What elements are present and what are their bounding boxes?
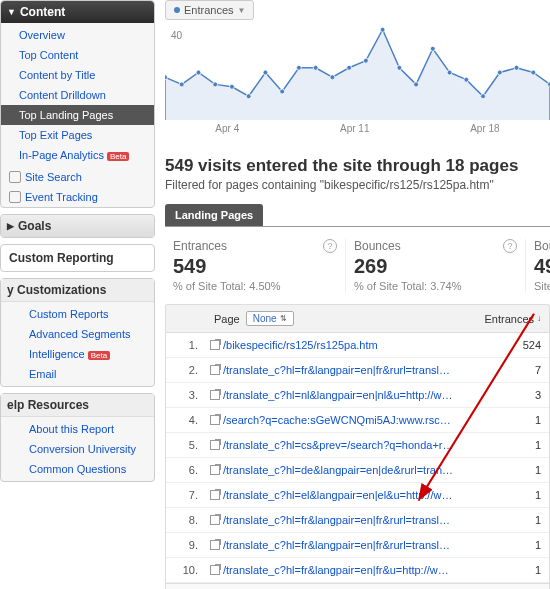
table-row: 8./translate_c?hl=fr&langpair=en|fr&rurl… [166,508,549,533]
help-icon[interactable]: ? [503,239,517,253]
table-row: 6./translate_c?hl=de&langpair=en|de&rurl… [166,458,549,483]
page-column-header: Page [214,313,240,325]
sidebar-item[interactable]: Content Drilldown [1,85,154,105]
sidebar-item[interactable]: Common Questions [1,459,154,479]
external-link-icon[interactable] [210,465,220,475]
sidebar-item[interactable]: Overview [1,25,154,45]
tab-landing-pages[interactable]: Landing Pages [165,204,263,226]
page-link[interactable]: /translate_c?hl=de&langpair=en|de&rurl=t… [223,464,455,476]
filter-row: Filter Page: containing Go Advanced Filt… [166,583,549,589]
beta-badge: Beta [107,152,129,161]
external-link-icon[interactable] [210,565,220,575]
svg-point-17 [447,70,452,75]
svg-point-18 [464,77,469,82]
external-link-icon[interactable] [210,415,220,425]
metric-sub: % of Site Total: 3.74% [354,280,517,292]
svg-point-5 [246,94,251,99]
goals-header[interactable]: ▶ Goals [1,215,154,237]
page-link[interactable]: /translate_c?hl=cs&prev=/search?q=honda+… [223,439,455,451]
external-link-icon[interactable] [210,490,220,500]
external-link-icon[interactable] [210,365,220,375]
help-resources-section: elp Resources About this ReportConversio… [0,393,155,482]
metric-block: Bounces?269% of Site Total: 3.74% [345,239,525,292]
entrances-column-header[interactable]: Entrances [484,313,534,325]
data-table: Page None ⇅ Entrances ↓ 1./bikespecific/… [165,304,550,589]
event-tracking-link[interactable]: Event Tracking [1,187,154,207]
row-index: 7. [166,483,206,507]
metric-label: Bounces [354,239,401,253]
external-link-icon[interactable] [210,540,220,550]
page-link[interactable]: /translate_c?hl=fr&langpair=en|fr&u=http… [223,564,455,576]
row-index: 6. [166,458,206,482]
sort-icon: ⇅ [280,314,287,323]
page-link[interactable]: /translate_c?hl=fr&langpair=en|fr&rurl=t… [223,514,455,526]
svg-point-10 [330,75,335,80]
collapse-icon: ▼ [7,7,16,17]
tab-bar: Landing Pages [165,204,550,227]
sidebar-item[interactable]: Conversion University [1,439,154,459]
svg-point-16 [430,46,435,51]
sidebar-item[interactable]: Custom Reports [1,304,154,324]
sidebar-item[interactable]: About this Report [1,419,154,439]
entrances-value: 1 [459,508,549,532]
table-header: Page None ⇅ Entrances ↓ [166,305,549,333]
event-icon [9,191,21,203]
entrances-value: 1 [459,533,549,557]
svg-point-4 [230,84,235,89]
date-tick: Apr 18 [470,123,499,134]
svg-point-1 [179,82,184,87]
page-link[interactable]: /translate_c?hl=fr&langpair=en|fr&rurl=t… [223,539,455,551]
site-search-link[interactable]: Site Search [1,167,154,187]
row-index: 8. [166,508,206,532]
sidebar-item[interactable]: Content by Title [1,65,154,85]
metric-value: 49.0 [534,255,550,278]
event-tracking-label: Event Tracking [25,191,98,203]
metric-sub: Site A [534,280,550,292]
help-icon[interactable]: ? [323,239,337,253]
metric-label: Entrances [173,239,227,253]
sidebar-item[interactable]: Top Landing Pages [1,105,154,125]
svg-point-15 [414,82,419,87]
sidebar-item[interactable]: Advanced Segments [1,324,154,344]
sidebar-item[interactable]: Email [1,364,154,384]
dot-icon [174,7,180,13]
entrances-value: 1 [459,483,549,507]
row-index: 10. [166,558,206,582]
metric-block: Bou?49.0Site A [525,239,550,292]
sidebar-item[interactable]: Top Exit Pages [1,125,154,145]
entrances-value: 1 [459,458,549,482]
page-link[interactable]: /translate_c?hl=fr&langpair=en|fr&rurl=t… [223,364,455,376]
external-link-icon[interactable] [210,340,220,350]
table-row: 10./translate_c?hl=fr&langpair=en|fr&u=h… [166,558,549,583]
page-link[interactable]: /search?q=cache:sGeWCNQmi5AJ:www.rscycle… [223,414,455,426]
chevron-down-icon: ▼ [238,6,246,15]
svg-point-14 [397,65,402,70]
chart-area: Entrances ▼ 40 Apr 4 Apr 11 Apr 18 [165,0,550,140]
sidebar-item[interactable]: Top Content [1,45,154,65]
external-link-icon[interactable] [210,515,220,525]
external-link-icon[interactable] [210,390,220,400]
svg-point-8 [297,65,302,70]
page-link[interactable]: /translate_c?hl=nl&langpair=en|nl&u=http… [223,389,455,401]
entrances-value: 3 [459,383,549,407]
entrances-value: 524 [459,333,549,357]
dimension-selector[interactable]: None ⇅ [246,311,294,326]
entrances-value: 7 [459,358,549,382]
sidebar-item[interactable]: In-Page AnalyticsBeta [1,145,154,165]
custom-reporting-link[interactable]: Custom Reporting [0,244,155,272]
page-link[interactable]: /bikespecific/rs125/rs125pa.htm [223,339,378,351]
help-resources-header: elp Resources [1,394,154,417]
my-customizations-section: y Customizations Custom ReportsAdvanced … [0,278,155,387]
svg-point-9 [313,65,318,70]
metric-selector[interactable]: Entrances ▼ [165,0,254,20]
sidebar-item[interactable]: IntelligenceBeta [1,344,154,364]
svg-point-19 [481,94,486,99]
goals-section: ▶ Goals [0,214,155,238]
external-link-icon[interactable] [210,440,220,450]
row-index: 3. [166,383,206,407]
content-header[interactable]: ▼ Content [1,1,154,23]
page-link[interactable]: /translate_c?hl=el&langpair=en|el&u=http… [223,489,455,501]
headline: 549 visits entered the site through 18 p… [165,156,550,176]
svg-point-12 [363,58,368,63]
row-index: 1. [166,333,206,357]
